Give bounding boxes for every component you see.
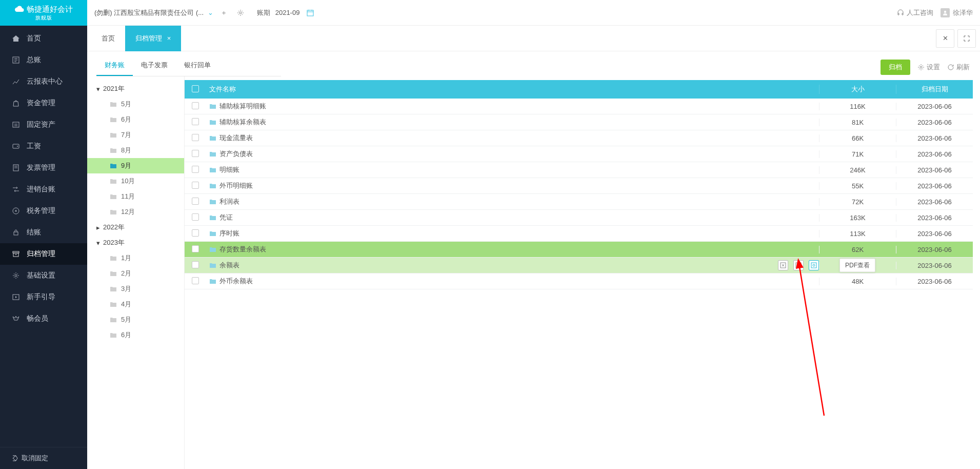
nav-home[interactable]: 首页	[0, 28, 87, 49]
row-checkbox[interactable]	[192, 166, 199, 173]
tree-year-2021[interactable]: ▾ 2021年	[87, 81, 184, 96]
sidebar-unpin[interactable]: 取消固定	[0, 447, 87, 469]
subtab-einvoice[interactable]: 电子发票	[133, 55, 176, 76]
period-value[interactable]: 2021-09	[275, 9, 300, 16]
close-icon[interactable]: ×	[167, 34, 171, 42]
refresh-link[interactable]: 刷新	[947, 63, 970, 72]
row-checkbox[interactable]	[192, 118, 199, 125]
nav-archive[interactable]: 归档管理	[0, 243, 87, 265]
nav-salary[interactable]: 工资	[0, 135, 87, 157]
row-checkbox[interactable]	[192, 245, 199, 252]
nav-tax[interactable]: 税务管理	[0, 200, 87, 222]
nav-funds[interactable]: 资金管理	[0, 92, 87, 114]
settings-link[interactable]: 设置	[917, 63, 940, 72]
file-name: 现金流量表	[219, 133, 253, 143]
folder-icon	[209, 151, 216, 157]
file-size: 81K	[819, 119, 896, 126]
tree-month[interactable]: 8月	[87, 143, 184, 158]
nav-basic[interactable]: 基础设置	[0, 265, 87, 286]
table-row[interactable]: 外币明细账55K2023-06-06	[185, 178, 973, 194]
subtab-finance[interactable]: 财务账	[96, 55, 133, 76]
topbar: (勿删) 江西殷宝精品有限责任公司 (... ⌄ ＋ 账期 2021-09 人工…	[87, 0, 980, 26]
tree-year-2023[interactable]: ▾ 2023年	[87, 235, 184, 250]
select-all-checkbox[interactable]	[192, 85, 199, 92]
company-settings-button[interactable]	[234, 7, 247, 19]
tree-month[interactable]: 1月	[87, 250, 184, 266]
row-checkbox[interactable]	[192, 182, 199, 189]
tab-archive[interactable]: 归档管理 ×	[125, 26, 181, 51]
folder-icon	[209, 278, 216, 284]
table-row[interactable]: 利润表72K2023-06-06	[185, 194, 973, 210]
table-row[interactable]: 外币余额表48K2023-06-06	[185, 273, 973, 289]
col-label: 文件名称	[209, 85, 236, 94]
tree-month[interactable]: 9月	[87, 158, 184, 173]
grid: 文件名称 大小 归档日期 辅助核算明细账116K2023-06-06辅助核算余额…	[185, 80, 973, 289]
user-menu[interactable]: 徐泽华	[941, 8, 973, 17]
table-row[interactable]: 凭证163K2023-06-06	[185, 210, 973, 226]
svg-point-11	[239, 12, 242, 14]
folder-icon	[110, 101, 117, 107]
nav-member[interactable]: 畅会员	[0, 308, 87, 329]
folder-icon	[110, 332, 117, 338]
grid-panel: 归档 设置 刷新 文件名称 大小 归档日期	[185, 56, 973, 469]
fullscreen-button[interactable]	[957, 29, 976, 48]
table-row[interactable]: 资产负债表71K2023-06-06	[185, 146, 973, 162]
consult-link[interactable]: 人工咨询	[896, 8, 933, 17]
archive-button[interactable]: 归档	[881, 60, 910, 75]
tree-month[interactable]: 11月	[87, 189, 184, 204]
download-pdf-button[interactable]	[793, 260, 804, 270]
view-pdf-button[interactable]	[809, 260, 819, 270]
nav-label: 发票管理	[27, 163, 55, 172]
svg-point-18	[813, 264, 815, 266]
table-row[interactable]: 序时账113K2023-06-06	[185, 226, 973, 242]
company-selector[interactable]: (勿删) 江西殷宝精品有限责任公司 (... ⌄	[94, 8, 213, 17]
row-checkbox[interactable]	[192, 261, 199, 268]
table-row[interactable]: 明细账246K2023-06-06	[185, 162, 973, 178]
nav-close[interactable]: 结账	[0, 222, 87, 243]
nav-invoice[interactable]: 发票管理	[0, 157, 87, 179]
tab-home[interactable]: 首页	[91, 26, 125, 51]
row-checkbox[interactable]	[192, 213, 199, 221]
tree-month[interactable]: 7月	[87, 127, 184, 143]
nav-assets[interactable]: 固定资产	[0, 114, 87, 135]
tree-month[interactable]: 5月	[87, 312, 184, 327]
tree-month[interactable]: 12月	[87, 204, 184, 220]
table-row[interactable]: 存货数量余额表62K2023-06-06	[185, 242, 973, 258]
nav-label: 固定资产	[27, 120, 55, 129]
tree-month[interactable]: 6月	[87, 327, 184, 343]
table-row[interactable]: 辅助核算明细账116K2023-06-06	[185, 99, 973, 114]
row-checkbox[interactable]	[192, 102, 199, 109]
tree-month[interactable]: 4月	[87, 297, 184, 312]
archive-date: 2023-06-06	[896, 214, 973, 222]
tree-month[interactable]: 6月	[87, 112, 184, 127]
nav-guide[interactable]: 新手引导	[0, 286, 87, 308]
tree-year-2022[interactable]: ▸ 2022年	[87, 220, 184, 235]
user-name: 徐泽华	[953, 8, 973, 17]
unpin-label: 取消固定	[22, 454, 48, 463]
nav-ledger[interactable]: 总账	[0, 49, 87, 71]
file-name: 外币明细账	[219, 181, 253, 190]
add-company-button[interactable]: ＋	[218, 6, 229, 19]
table-row[interactable]: 余额表3K2023-06-06PDF查看	[185, 258, 973, 273]
row-checkbox[interactable]	[192, 134, 199, 141]
tree-month[interactable]: 5月	[87, 96, 184, 112]
file-size: 72K	[819, 198, 896, 206]
table-row[interactable]: 辅助核算余额表81K2023-06-06	[185, 114, 973, 130]
tree-month[interactable]: 10月	[87, 173, 184, 189]
tree-month[interactable]: 3月	[87, 281, 184, 297]
download-excel-button[interactable]	[778, 260, 788, 270]
row-checkbox[interactable]	[192, 277, 199, 284]
nav-inout[interactable]: 进销台账	[0, 179, 87, 200]
folder-icon	[209, 167, 216, 173]
file-name: 存货数量余额表	[219, 245, 266, 254]
subtab-bank[interactable]: 银行回单	[176, 55, 219, 76]
file-size: 116K	[819, 103, 896, 110]
row-checkbox[interactable]	[192, 150, 199, 157]
row-checkbox[interactable]	[192, 198, 199, 205]
calendar-icon[interactable]	[307, 9, 314, 16]
tree-month[interactable]: 2月	[87, 266, 184, 281]
close-all-button[interactable]: ✕	[936, 29, 954, 48]
nav-reports[interactable]: 云报表中心	[0, 71, 87, 92]
row-checkbox[interactable]	[192, 229, 199, 237]
table-row[interactable]: 现金流量表66K2023-06-06	[185, 130, 973, 146]
